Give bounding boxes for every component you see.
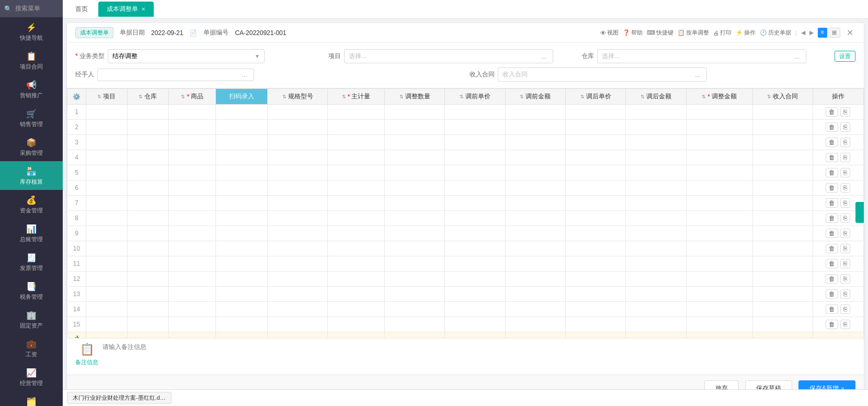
- warehouse-select[interactable]: 选择... ...: [597, 49, 806, 63]
- sidebar-item-sales[interactable]: 🛒 销售管理: [0, 104, 63, 132]
- delete-row-btn[interactable]: 🗑: [826, 168, 838, 177]
- copy-row-btn[interactable]: ⎘: [840, 259, 850, 268]
- sort-icon-income_contract[interactable]: ⇅: [767, 94, 771, 99]
- copy-row-btn[interactable]: ⎘: [840, 289, 850, 299]
- cell-post_amount: [626, 196, 686, 211]
- cell-unit: [328, 150, 385, 165]
- cell-adj_qty: [384, 241, 444, 256]
- cell-spec: [267, 256, 327, 272]
- handler-select[interactable]: ...: [97, 69, 254, 81]
- delete-row-btn[interactable]: 🗑: [826, 304, 838, 314]
- subtotal-cell-pre_price: [445, 332, 505, 339]
- tab-home[interactable]: 首页: [67, 2, 96, 17]
- right-edge-indicator[interactable]: [855, 202, 864, 223]
- delete-row-btn[interactable]: 🗑: [826, 289, 838, 299]
- income-contract-select[interactable]: 收入合同 ...: [498, 67, 707, 82]
- cell-scan: [216, 211, 268, 226]
- sort-icon-unit[interactable]: ⇅: [342, 94, 346, 99]
- tab-close-cost-adjust[interactable]: ✕: [141, 6, 145, 12]
- sort-icon-spec[interactable]: ⇅: [282, 94, 287, 99]
- delete-row-btn[interactable]: 🗑: [826, 274, 838, 284]
- handler-ellipsis[interactable]: ...: [240, 71, 249, 78]
- biz-type-select[interactable]: 结存调整 ▼: [108, 49, 265, 63]
- view-btn[interactable]: 👁视图: [600, 29, 619, 37]
- copy-row-btn[interactable]: ⎘: [840, 304, 850, 314]
- delete-row-btn[interactable]: 🗑: [826, 320, 838, 329]
- cell-pre_amount: [505, 196, 565, 211]
- copy-row-btn[interactable]: ⎘: [840, 153, 850, 162]
- delete-row-btn[interactable]: 🗑: [826, 107, 838, 117]
- sidebar-item-marketing[interactable]: 📢 营销推广: [0, 75, 63, 104]
- sort-icon-project[interactable]: ⇅: [97, 94, 101, 99]
- sidebar-item-operations[interactable]: 📈 经营管理: [0, 363, 63, 391]
- sort-icon-pre_price[interactable]: ⇅: [460, 94, 464, 99]
- shortcut-btn[interactable]: ⌨快捷键: [647, 29, 673, 37]
- sidebar-item-purchase[interactable]: 📦 采购管理: [0, 132, 63, 161]
- sort-icon-warehouse[interactable]: ⇅: [139, 94, 143, 99]
- copy-row-btn[interactable]: ⎘: [840, 122, 850, 132]
- actions-btn[interactable]: ⚡操作: [736, 29, 756, 37]
- copy-row-btn[interactable]: ⎘: [840, 183, 850, 193]
- print-btn[interactable]: 🖨打印: [713, 29, 732, 37]
- help-btn[interactable]: ❓帮助: [623, 29, 643, 37]
- tab-cost-adjust[interactable]: 成本调整单✕: [98, 2, 154, 17]
- copy-row-btn[interactable]: ⎘: [840, 244, 850, 253]
- cell-warehouse: [127, 181, 168, 196]
- copy-row-btn[interactable]: ⎘: [840, 229, 850, 238]
- sidebar-item-basic-info[interactable]: 🗂️ 基础信息: [0, 391, 63, 406]
- sidebar-item-invoice[interactable]: 🧾 发票管理: [0, 247, 63, 276]
- copy-row-btn[interactable]: ⎘: [840, 274, 850, 284]
- sort-icon-post_amount[interactable]: ⇅: [641, 94, 645, 99]
- cell-pre_amount: [505, 211, 565, 226]
- project-field: 项目 选择... ...: [328, 49, 573, 63]
- delete-row-btn[interactable]: 🗑: [826, 138, 838, 147]
- sidebar-item-inventory[interactable]: 🏪 库存核算: [0, 161, 63, 190]
- col-label-scan: 扫码录入: [229, 92, 254, 101]
- row-actions: 🗑 ⎘: [817, 289, 859, 299]
- delete-row-btn[interactable]: 🗑: [826, 244, 838, 253]
- sort-icon-post_price[interactable]: ⇅: [580, 94, 585, 99]
- table-row: 7 🗑 ⎘: [67, 196, 864, 211]
- delete-row-btn[interactable]: 🗑: [826, 183, 838, 193]
- history-btn[interactable]: 🕐历史单据: [760, 29, 791, 37]
- delete-row-btn[interactable]: 🗑: [826, 122, 838, 132]
- project-select[interactable]: 选择... ...: [344, 49, 553, 63]
- notes-input[interactable]: [102, 343, 855, 357]
- copy-row-btn[interactable]: ⎘: [840, 168, 850, 177]
- sidebar-item-finance[interactable]: 💰 资金管理: [0, 190, 63, 219]
- copy-row-btn[interactable]: ⎘: [840, 213, 850, 223]
- copy-row-btn[interactable]: ⎘: [840, 138, 850, 147]
- delete-row-btn[interactable]: 🗑: [826, 259, 838, 268]
- sidebar-item-tax[interactable]: 📑 税务管理: [0, 276, 63, 305]
- delete-row-btn[interactable]: 🗑: [826, 229, 838, 238]
- sidebar-item-ledger[interactable]: 📊 总账管理: [0, 219, 63, 247]
- sort-icon-pre_amount[interactable]: ⇅: [520, 94, 524, 99]
- sidebar-item-project-contract[interactable]: 📋 项目合同: [0, 46, 63, 75]
- copy-row-btn[interactable]: ⎘: [840, 107, 850, 117]
- warehouse-label: 仓库: [581, 52, 594, 61]
- close-btn[interactable]: ✕: [844, 28, 855, 38]
- income-ellipsis[interactable]: ...: [693, 71, 702, 78]
- project-ellipsis[interactable]: ...: [539, 53, 549, 60]
- warehouse-ellipsis[interactable]: ...: [792, 53, 802, 60]
- taskbar-item[interactable]: 木门行业好业财处理方案-墨红红.doc - WPS Office: [67, 392, 172, 404]
- sort-icon-product[interactable]: ⇅: [181, 94, 185, 99]
- sidebar-search[interactable]: 🔍 搜索菜单: [0, 0, 63, 17]
- delete-row-btn[interactable]: 🗑: [826, 213, 838, 223]
- cell-pre_amount: [505, 272, 565, 287]
- sidebar-item-quick-nav[interactable]: ⚡ 快捷导航: [0, 17, 63, 46]
- copy-row-btn[interactable]: ⎘: [840, 320, 850, 329]
- copy-row-btn[interactable]: ⎘: [840, 198, 850, 208]
- sort-icon-adj_amount[interactable]: ⇅: [702, 94, 706, 99]
- cell-project: [86, 302, 128, 317]
- sidebar-item-payroll[interactable]: 💼 工资: [0, 334, 63, 363]
- col-header-gear[interactable]: ⚙️: [67, 89, 86, 105]
- notes-icon-area[interactable]: 📋 备注信息: [75, 343, 98, 366]
- delete-row-btn[interactable]: 🗑: [826, 198, 838, 208]
- sort-icon-adj_qty[interactable]: ⇅: [399, 94, 404, 99]
- review-btn[interactable]: 📋按单调整: [678, 29, 709, 37]
- settings-btn[interactable]: 设置: [835, 51, 855, 62]
- cell-pre_price: [445, 256, 505, 272]
- sidebar-item-fixed-assets[interactable]: 🏢 固定资产: [0, 305, 63, 334]
- delete-row-btn[interactable]: 🗑: [826, 153, 838, 162]
